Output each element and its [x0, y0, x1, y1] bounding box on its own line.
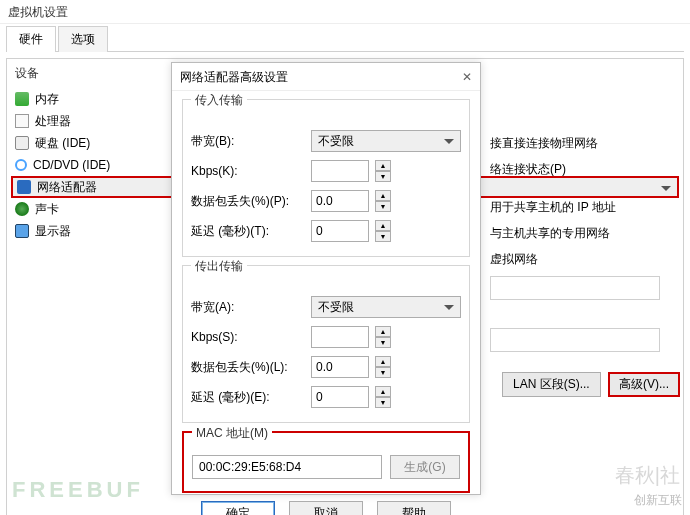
cpu-icon [15, 114, 29, 128]
watermark-ichunqiu: 春秋|社 [615, 462, 680, 489]
memory-icon [15, 92, 29, 106]
label-kbps-s: Kbps(S): [191, 330, 305, 344]
latency-t-input[interactable]: 0 [311, 220, 369, 242]
right-pane: 接直接连接物理网络 络连接状态(P) 用于共享主机的 IP 地址 与主机共享的专… [490, 130, 680, 397]
cd-icon [15, 159, 27, 171]
device-label: 硬盘 (IDE) [35, 135, 90, 152]
incoming-group: 传入传输 带宽(B):不受限 Kbps(K):▲▼ 数据包丢失(%)(P):0.… [182, 99, 470, 257]
watermark-freebuf: FREEBUF [12, 477, 144, 503]
label-latency-e: 延迟 (毫秒)(E): [191, 389, 305, 406]
dialog-title: 网络适配器高级设置 [180, 63, 288, 91]
latency-t-spinner[interactable]: ▲▼ [375, 220, 391, 242]
close-icon[interactable] [462, 63, 472, 91]
latency-e-input[interactable]: 0 [311, 386, 369, 408]
label-kbps-k: Kbps(K): [191, 164, 305, 178]
lan-segments-button[interactable]: LAN 区段(S)... [502, 372, 601, 397]
tab-options[interactable]: 选项 [58, 26, 108, 52]
label-bandwidth-b: 带宽(B): [191, 133, 305, 150]
right-text: 络连接状态(P) [490, 156, 680, 182]
ok-button[interactable]: 确定 [201, 501, 275, 515]
group-title: 传入传输 [191, 92, 247, 109]
group-title: MAC 地址(M) [192, 425, 272, 442]
label-loss-l: 数据包丢失(%)(L): [191, 359, 305, 376]
bandwidth-b-select[interactable]: 不受限 [311, 130, 461, 152]
device-label: 处理器 [35, 113, 71, 130]
loss-p-input[interactable]: 0.0 [311, 190, 369, 212]
kbps-k-spinner[interactable]: ▲▼ [375, 160, 391, 182]
loss-p-spinner[interactable]: ▲▼ [375, 190, 391, 212]
device-label: 内存 [35, 91, 59, 108]
bandwidth-a-select[interactable]: 不受限 [311, 296, 461, 318]
mac-address-input[interactable]: 00:0C:29:E5:68:D4 [192, 455, 382, 479]
network-icon [17, 180, 31, 194]
kbps-s-input[interactable] [311, 326, 369, 348]
device-label: CD/DVD (IDE) [33, 158, 110, 172]
label-bandwidth-a: 带宽(A): [191, 299, 305, 316]
virtual-network-combo[interactable] [490, 276, 660, 300]
label-loss-p: 数据包丢失(%)(P): [191, 193, 305, 210]
right-text: 与主机共享的专用网络 [490, 220, 680, 246]
group-title: 传出传输 [191, 258, 247, 275]
device-label: 显示器 [35, 223, 71, 240]
label-latency-t: 延迟 (毫秒)(T): [191, 223, 305, 240]
hdd-icon [15, 136, 29, 150]
window-title: 虚拟机设置 [0, 0, 690, 24]
kbps-k-input[interactable] [311, 160, 369, 182]
kbps-s-spinner[interactable]: ▲▼ [375, 326, 391, 348]
mac-address-group: MAC 地址(M) 00:0C:29:E5:68:D4 生成(G) [182, 431, 470, 493]
right-text: 虚拟网络 [490, 246, 680, 272]
advanced-network-dialog: 网络适配器高级设置 传入传输 带宽(B):不受限 Kbps(K):▲▼ 数据包丢… [171, 62, 481, 495]
outgoing-group: 传出传输 带宽(A):不受限 Kbps(S):▲▼ 数据包丢失(%)(L):0.… [182, 265, 470, 423]
dialog-titlebar: 网络适配器高级设置 [172, 63, 480, 91]
advanced-button[interactable]: 高级(V)... [608, 372, 680, 397]
lan-segment-combo[interactable] [490, 328, 660, 352]
help-button[interactable]: 帮助 [377, 501, 451, 515]
loss-l-spinner[interactable]: ▲▼ [375, 356, 391, 378]
cancel-button[interactable]: 取消 [289, 501, 363, 515]
tab-bar: 硬件 选项 [6, 28, 684, 52]
latency-e-spinner[interactable]: ▲▼ [375, 386, 391, 408]
sound-icon [15, 202, 29, 216]
right-text: 接直接连接物理网络 [490, 130, 680, 156]
tab-hardware[interactable]: 硬件 [6, 26, 56, 52]
select-value: 不受限 [312, 300, 354, 314]
right-text: 用于共享主机的 IP 地址 [490, 194, 680, 220]
select-value: 不受限 [312, 134, 354, 148]
generate-button[interactable]: 生成(G) [390, 455, 460, 479]
display-icon [15, 224, 29, 238]
device-label: 网络适配器 [37, 179, 97, 196]
loss-l-input[interactable]: 0.0 [311, 356, 369, 378]
device-label: 声卡 [35, 201, 59, 218]
watermark-cxhl: 创新互联 [634, 492, 682, 509]
dialog-buttons: 确定 取消 帮助 [172, 501, 480, 515]
